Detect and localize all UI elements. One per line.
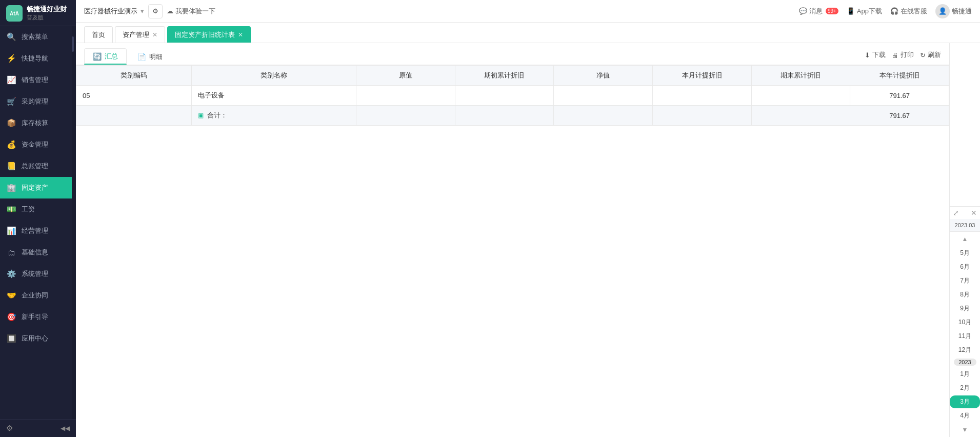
tab-home[interactable]: 首页 xyxy=(84,26,113,43)
sidebar-item-operations[interactable]: 📊 经营管理 xyxy=(0,220,76,242)
next-nav-button[interactable]: ▼ xyxy=(960,425,970,435)
sub-tabs: 🔄 汇总 📄 明细 xyxy=(84,48,171,65)
cell-monthly-0 xyxy=(652,86,751,106)
sidebar-collapse-icon[interactable]: ◀◀ xyxy=(61,425,70,432)
dropdown-icon[interactable]: ▾ xyxy=(141,7,144,15)
fixedasset-icon: 🏢 xyxy=(6,183,16,193)
date-panel-header: 2023.03 xyxy=(950,219,980,232)
col-header-net: 净值 xyxy=(554,66,653,86)
sidebar-label-payroll: 工资 xyxy=(22,205,35,214)
cell-net-0 xyxy=(554,86,653,106)
cell-period-accum-0 xyxy=(455,86,554,106)
month-item-4[interactable]: 4月 xyxy=(950,409,980,422)
prev-nav-row: ▲ xyxy=(950,232,980,246)
company-name: 医疗器械行业演示 xyxy=(84,7,137,16)
sidebar-item-baseinfo[interactable]: 🗂 基础信息 xyxy=(0,242,76,263)
experience-button[interactable]: ☁ 我要体验一下 xyxy=(167,7,215,16)
user-name: 畅捷通 xyxy=(952,7,972,16)
sidebar-label-operations: 经营管理 xyxy=(22,226,48,235)
tab-asset-mgmt[interactable]: 资产管理 ✕ xyxy=(115,26,165,43)
quicknav-icon: ⚡ xyxy=(6,53,16,64)
main-area: 医疗器械行业演示 ▾ ⚙ ☁ 我要体验一下 💬 消息 99+ 📱 xyxy=(76,0,980,437)
app-download-button[interactable]: 📱 App下载 xyxy=(847,7,882,16)
sidebar-item-ledger[interactable]: 📒 总账管理 xyxy=(0,155,76,177)
month-item-11[interactable]: 11月 xyxy=(950,330,980,343)
cell-name-0: 电子设备 xyxy=(191,86,356,106)
sidebar-menu: 🔍 搜索菜单 ⚡ 快捷导航 📈 销售管理 🛒 采购管理 xyxy=(0,26,76,419)
tab-asset-mgmt-close[interactable]: ✕ xyxy=(152,31,157,38)
sidebar-item-fixedasset[interactable]: 🏢 固定资产 xyxy=(0,177,76,198)
sidebar-item-sales[interactable]: 📈 销售管理 xyxy=(0,69,76,91)
online-service-label: 在线客服 xyxy=(901,7,927,16)
panel-close-button[interactable]: ✕ xyxy=(971,209,977,217)
sidebar-label-appcenter: 应用中心 xyxy=(22,334,48,343)
month-item-3[interactable]: 3月 xyxy=(950,395,980,408)
col-header-end-accum: 期末累计折旧 xyxy=(751,66,850,86)
print-button[interactable]: 🖨 打印 xyxy=(892,50,914,59)
year-badge: 2023 xyxy=(954,359,976,366)
cell-code-0: 05 xyxy=(76,86,192,106)
print-icon: 🖨 xyxy=(892,51,898,59)
download-button[interactable]: ⬇ 下载 xyxy=(865,50,886,59)
next-nav-row: ▼ xyxy=(950,423,980,437)
sidebar-item-purchase[interactable]: 🛒 采购管理 xyxy=(0,91,76,112)
sidebar-item-quicknav[interactable]: ⚡ 快捷导航 xyxy=(0,48,76,69)
summary-original-cell xyxy=(356,106,455,126)
company-selector[interactable]: 医疗器械行业演示 ▾ xyxy=(84,7,144,16)
month-item-5[interactable]: 5月 xyxy=(950,247,980,260)
message-button[interactable]: 💬 消息 99+ xyxy=(799,7,838,16)
newguide-icon: 🎯 xyxy=(6,312,16,322)
sidebar-item-search[interactable]: 🔍 搜索菜单 xyxy=(0,26,76,48)
sub-tab-summary[interactable]: 🔄 汇总 xyxy=(84,48,127,65)
summary-tab-icon: 🔄 xyxy=(93,52,102,61)
month-item-8[interactable]: 8月 xyxy=(950,288,980,301)
tab-home-label: 首页 xyxy=(92,30,105,39)
sidebar-item-enterprise[interactable]: 🤝 企业协同 xyxy=(0,285,76,306)
month-item-12[interactable]: 12月 xyxy=(950,344,980,356)
enterprise-icon: 🤝 xyxy=(6,290,16,301)
sidebar-item-finance[interactable]: 💰 资金管理 xyxy=(0,134,76,155)
sidebar-label-finance: 资金管理 xyxy=(22,140,48,149)
prev-nav-button[interactable]: ▲ xyxy=(960,234,970,244)
settings-icon: ⚙ xyxy=(152,7,158,15)
topbar: 医疗器械行业演示 ▾ ⚙ ☁ 我要体验一下 💬 消息 99+ 📱 xyxy=(76,0,980,23)
logo-icon: AtA xyxy=(6,5,23,22)
detail-tab-icon: 📄 xyxy=(137,53,146,61)
sidebar-item-inventory[interactable]: 📦 库存核算 xyxy=(0,112,76,134)
user-menu[interactable]: 👤 畅捷通 xyxy=(935,4,972,18)
refresh-label: 刷新 xyxy=(928,50,941,59)
message-label: 消息 xyxy=(809,7,823,16)
sidebar-item-appcenter[interactable]: 🔲 应用中心 xyxy=(0,328,76,349)
sidebar-item-newguide[interactable]: 🎯 新手引导 xyxy=(0,306,76,328)
month-item-10[interactable]: 10月 xyxy=(950,316,980,329)
online-service-button[interactable]: 🎧 在线客服 xyxy=(890,7,927,16)
content-area: 🔄 汇总 📄 明细 ⬇ 下载 xyxy=(76,43,980,437)
sales-icon: 📈 xyxy=(6,75,16,85)
sidebar-label-sales: 销售管理 xyxy=(22,75,48,85)
summary-label-cell: ▣ 合计： xyxy=(191,106,356,126)
finance-icon: 💰 xyxy=(6,140,16,150)
month-item-7[interactable]: 7月 xyxy=(950,274,980,287)
panel-expand-button[interactable]: ⤢ xyxy=(953,209,959,217)
month-item-1[interactable]: 1月 xyxy=(950,368,980,381)
refresh-button[interactable]: ↻ 刷新 xyxy=(920,50,941,59)
sidebar-label-inventory: 库存核算 xyxy=(22,118,48,128)
month-item-9[interactable]: 9月 xyxy=(950,302,980,315)
baseinfo-icon: 🗂 xyxy=(6,247,16,257)
app-download-icon: 📱 xyxy=(847,7,855,15)
month-item-6[interactable]: 6月 xyxy=(950,261,980,273)
month-item-2[interactable]: 2月 xyxy=(950,382,980,394)
topbar-settings-button[interactable]: ⚙ xyxy=(148,4,163,18)
sidebar-item-payroll[interactable]: 💵 工资 xyxy=(0,198,76,220)
sidebar-settings-icon[interactable]: ⚙ xyxy=(6,424,13,433)
tab-bar: 首页 资产管理 ✕ 固定资产折旧统计表 ✕ xyxy=(76,23,980,43)
sidebar-item-system[interactable]: ⚙️ 系统管理 xyxy=(0,263,76,285)
tab-depreciation-report[interactable]: 固定资产折旧统计表 ✕ xyxy=(167,26,251,43)
summary-net-cell xyxy=(554,106,653,126)
sub-tab-detail[interactable]: 📄 明细 xyxy=(129,48,171,65)
col-header-monthly: 本月计提折旧 xyxy=(652,66,751,86)
sub-tab-actions: ⬇ 下载 🖨 打印 ↻ 刷新 xyxy=(865,50,941,63)
sidebar-label-baseinfo: 基础信息 xyxy=(22,248,48,257)
cell-original-0 xyxy=(356,86,455,106)
tab-depreciation-close[interactable]: ✕ xyxy=(238,31,243,38)
